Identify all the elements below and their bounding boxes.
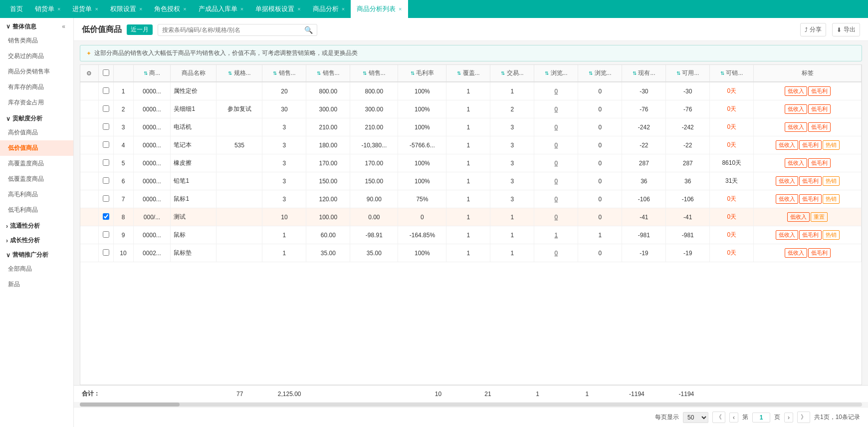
row-checkbox[interactable] <box>103 249 109 256</box>
row-checkbox[interactable] <box>103 159 109 166</box>
prev-page-btn[interactable]: ‹ <box>729 413 738 423</box>
row-checkbox[interactable] <box>103 123 109 130</box>
checkbox-cell[interactable] <box>98 190 113 208</box>
spec-column-header[interactable]: ⇅ 规格... <box>217 65 262 82</box>
browse2-column-header[interactable]: ⇅ 浏览... <box>578 65 622 82</box>
next-page-btn[interactable]: › <box>784 413 793 423</box>
nav-template[interactable]: 单据模板设置 × <box>249 0 306 18</box>
time-filter-btn[interactable]: 近一月 <box>127 24 153 35</box>
nav-analysis-list[interactable]: 商品分析列表 × <box>351 0 408 18</box>
sidebar-group-growth[interactable]: › 成长性分析 <box>0 232 73 247</box>
sidebar-item-high-value[interactable]: 高价值商品 <box>0 125 73 140</box>
browse1-link[interactable]: 1 <box>555 232 558 239</box>
row-checkbox[interactable] <box>103 231 109 238</box>
code-column-header[interactable]: ⇅ 商... <box>133 65 171 82</box>
nav-permissions[interactable]: 权限设置 × <box>104 0 148 18</box>
row-checkbox[interactable] <box>103 87 109 94</box>
sidebar-group-overall[interactable]: ∨ 整体信息 « <box>0 18 73 33</box>
checkbox-cell[interactable] <box>98 136 113 154</box>
checkbox-cell[interactable] <box>98 118 113 136</box>
gross-rate-column-header[interactable]: ⇅ 毛利率 <box>398 65 446 82</box>
nav-products[interactable]: 产成品入库单 × <box>193 0 249 18</box>
transactions-column-header[interactable]: ⇅ 交易... <box>490 65 534 82</box>
browse1-link[interactable]: 0 <box>555 124 558 131</box>
nav-purchase[interactable]: 进货单 × <box>66 0 104 18</box>
page-input[interactable] <box>752 413 770 423</box>
browse1-link[interactable]: 0 <box>555 88 558 95</box>
sidebar-item-stock-goods[interactable]: 有库存的商品 <box>0 79 73 95</box>
close-icon[interactable]: × <box>399 6 402 12</box>
browse1-link[interactable]: 0 <box>555 196 558 203</box>
sidebar-group-contribution[interactable]: ∨ 贡献度分析 <box>0 110 73 125</box>
sidebar-item-stock-capital[interactable]: 库存资金占用 <box>0 95 73 110</box>
close-icon[interactable]: × <box>240 6 243 12</box>
sidebar-item-high-coverage[interactable]: 高覆盖度商品 <box>0 156 73 171</box>
sidebar-group-flow[interactable]: › 流通性分析 <box>0 218 73 232</box>
browse1-link[interactable]: 0 <box>555 160 558 167</box>
sidebar-item-all-goods[interactable]: 全部商品 <box>0 261 73 277</box>
settings-column-header[interactable]: ⚙ <box>80 65 98 82</box>
available-column-header[interactable]: ⇅ 可用... <box>666 65 710 82</box>
scroll-thumb[interactable] <box>80 403 180 407</box>
sidebar-item-new-goods[interactable]: 新品 <box>0 277 73 292</box>
checkbox-cell[interactable] <box>98 244 113 262</box>
sidebar-item-low-coverage[interactable]: 低覆盖度商品 <box>0 171 73 187</box>
sidebar-collapse-btn[interactable]: « <box>60 22 67 31</box>
coverage-column-header[interactable]: ⇅ 覆盖... <box>446 65 490 82</box>
checkbox-cell[interactable] <box>98 82 113 100</box>
browse1-cell[interactable]: 0 <box>534 82 578 100</box>
browse1-link[interactable]: 0 <box>555 178 558 185</box>
close-icon[interactable]: × <box>57 6 60 12</box>
sidebar-group-marketing[interactable]: ∨ 营销推广分析 <box>0 247 73 261</box>
nav-home[interactable]: 首页 <box>4 0 29 18</box>
nav-sales[interactable]: 销货单 × <box>29 0 66 18</box>
sidebar-item-category-sales[interactable]: 商品分类销售率 <box>0 64 73 79</box>
search-icon[interactable]: 🔍 <box>304 26 313 34</box>
browse1-link[interactable]: 0 <box>555 250 558 257</box>
row-checkbox[interactable] <box>103 141 109 148</box>
search-input[interactable] <box>162 26 304 33</box>
browse1-cell[interactable]: 0 <box>534 244 578 262</box>
first-page-btn[interactable]: 《 <box>712 412 725 423</box>
browse1-cell[interactable]: 0 <box>534 118 578 136</box>
sidebar-item-low-value[interactable]: 低价值商品 <box>0 140 73 156</box>
close-icon[interactable]: × <box>95 6 98 12</box>
close-icon[interactable]: × <box>183 6 186 12</box>
browse1-cell[interactable]: 0 <box>534 190 578 208</box>
browse1-cell[interactable]: 0 <box>534 172 578 190</box>
sidebar-item-sales-goods[interactable]: 销售类商品 <box>0 33 73 48</box>
sales-amount-column-header[interactable]: ⇅ 销售... <box>306 65 350 82</box>
row-checkbox[interactable] <box>103 177 109 184</box>
close-icon[interactable]: × <box>139 6 142 12</box>
select-all-checkbox[interactable] <box>103 69 109 76</box>
nav-roles[interactable]: 角色授权 × <box>148 0 192 18</box>
per-page-select[interactable]: 50 20 100 <box>683 412 708 423</box>
browse1-cell[interactable]: 1 <box>534 226 578 244</box>
row-checkbox[interactable] <box>103 195 109 202</box>
row-checkbox[interactable] <box>103 105 109 112</box>
nav-analysis[interactable]: 商品分析 × <box>307 0 351 18</box>
sidebar-item-low-margin[interactable]: 低毛利商品 <box>0 202 73 218</box>
close-icon[interactable]: × <box>297 6 300 12</box>
checkbox-cell[interactable] <box>98 226 113 244</box>
sales-qty-column-header[interactable]: ⇅ 销售... <box>262 65 306 82</box>
browse1-cell[interactable]: 0 <box>534 100 578 118</box>
current-column-header[interactable]: ⇅ 现有... <box>622 65 666 82</box>
browse1-cell[interactable]: 0 <box>534 136 578 154</box>
sales-avg-column-header[interactable]: ⇅ 销售... <box>350 65 398 82</box>
horizontal-scrollbar[interactable] <box>80 402 862 407</box>
checkbox-cell[interactable] <box>98 100 113 118</box>
saleable-column-header[interactable]: ⇅ 可销... <box>710 65 754 82</box>
checkbox-cell[interactable] <box>98 172 113 190</box>
browse1-link[interactable]: 0 <box>555 106 558 113</box>
browse1-link[interactable]: 0 <box>555 214 558 221</box>
row-checkbox[interactable] <box>103 213 109 220</box>
browse1-link[interactable]: 0 <box>555 142 558 149</box>
share-button[interactable]: ⤴ 分享 <box>800 23 826 36</box>
browse1-cell[interactable]: 0 <box>534 154 578 172</box>
export-button[interactable]: ⬇ 导出 <box>832 23 860 36</box>
sidebar-item-high-margin[interactable]: 高毛利商品 <box>0 187 73 202</box>
close-icon[interactable]: × <box>342 6 345 12</box>
checkbox-cell[interactable] <box>98 154 113 172</box>
browse1-cell[interactable]: 0 <box>534 208 578 226</box>
